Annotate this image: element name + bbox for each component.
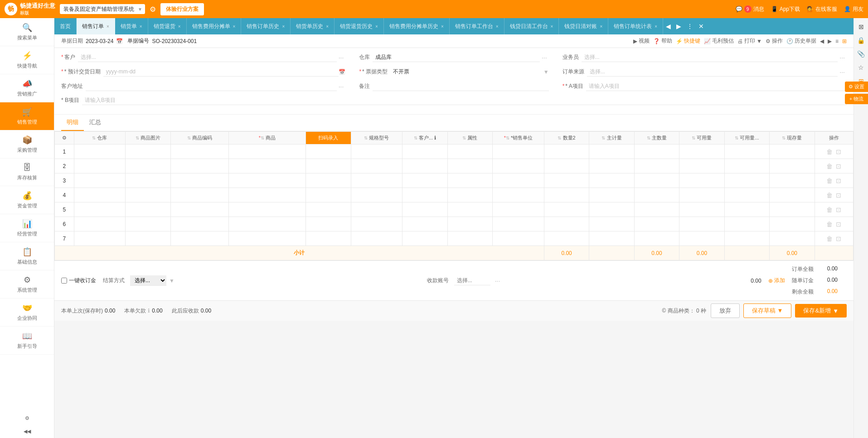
row-7-product[interactable] [228, 231, 306, 246]
tab-return-hist-close[interactable]: × [375, 24, 378, 29]
right-icon-1[interactable]: ⊠ [855, 20, 868, 33]
tab-return-close[interactable]: × [178, 24, 181, 29]
tab-return[interactable]: 销货退货 × [148, 18, 187, 34]
sidebar-item-purchase[interactable]: 📦 采购管理 [0, 130, 54, 159]
row-7-unit[interactable] [493, 231, 544, 246]
right-icon-2[interactable]: 🔒 [855, 34, 868, 47]
tab-reconcile[interactable]: 钱贷日清对账 × [559, 18, 608, 34]
tab-detail[interactable]: 明细 [61, 115, 84, 131]
row-7-main-qty[interactable] [634, 231, 679, 246]
app-download-btn[interactable]: 📱 App下载 [771, 5, 800, 13]
row-1-attr[interactable] [447, 144, 492, 159]
th-main-unit[interactable]: ⇅ 主计量 [589, 132, 634, 144]
row-4-code[interactable] [170, 188, 228, 202]
row-6-spec[interactable] [351, 217, 402, 231]
row-7-spec[interactable] [351, 231, 402, 246]
tab-workbench-close[interactable]: × [496, 24, 499, 29]
tab-workbench[interactable]: 销售订单工作台 × [450, 18, 504, 34]
row-5-available[interactable] [679, 202, 724, 217]
save-new-dropdown-icon[interactable]: ▼ [833, 308, 839, 314]
row-6-available[interactable] [679, 217, 724, 231]
address-dots[interactable]: ··· [337, 83, 346, 90]
tab-sales-order[interactable]: 销售订单 × [77, 18, 115, 34]
row-6-customer-code[interactable] [402, 217, 447, 231]
print-btn[interactable]: 🖨 打印 ▼ [737, 37, 762, 45]
row-5-main-unit[interactable] [589, 202, 634, 217]
tab-daily-workbench-close[interactable]: × [551, 24, 553, 29]
row-4-spec[interactable] [351, 188, 402, 202]
sidebar-item-search[interactable]: 🔍 搜索菜单 [0, 18, 54, 46]
message-btn[interactable]: 💬 9 消息 [736, 5, 764, 13]
customer-dots-btn[interactable]: ··· [337, 54, 346, 61]
sidebar-item-operation[interactable]: 📊 经营管理 [0, 214, 54, 242]
delivery-calendar-icon[interactable]: 📅 [339, 69, 345, 75]
logistics-btn[interactable]: + 物流 [845, 94, 853, 104]
row-4-available[interactable] [679, 188, 724, 202]
history-btn[interactable]: 🕐 历史单据 [786, 37, 816, 45]
tab-stats-close[interactable]: × [655, 24, 657, 29]
order-source-dots[interactable]: ··· [838, 68, 847, 76]
tab-menu-btn[interactable]: ⋮ [684, 23, 696, 30]
row-3-code[interactable] [170, 173, 228, 188]
row-3-attr[interactable] [447, 173, 492, 188]
row-5-warehouse[interactable] [74, 202, 126, 217]
row-2-product[interactable] [228, 159, 306, 173]
row-6-delete[interactable]: 🗑 [825, 221, 834, 228]
th-unit[interactable]: ⇅ *销售单位 [493, 132, 544, 144]
row-5-customer-code[interactable] [402, 202, 447, 217]
th-available2[interactable]: ⇅ 可用量... [724, 132, 769, 144]
row-1-current[interactable] [770, 144, 815, 159]
nav-next-btn[interactable]: ▶ [828, 38, 832, 44]
row-2-available2[interactable] [724, 159, 769, 173]
row-4-warehouse[interactable] [74, 188, 126, 202]
th-settings[interactable]: ⚙ [55, 132, 74, 144]
row-3-available2[interactable] [724, 173, 769, 188]
video-btn[interactable]: ▶ 视频 [633, 37, 650, 45]
row-4-main-unit[interactable] [589, 188, 634, 202]
order-source-input[interactable] [587, 67, 838, 77]
row-5-qty2[interactable] [544, 202, 589, 217]
sidebar-item-basic[interactable]: 📋 基础信息 [0, 242, 54, 270]
row-4-attr[interactable] [447, 188, 492, 202]
settings-icon[interactable]: ⚙ [150, 5, 156, 14]
th-main-qty[interactable]: ⇅ 主数量 [634, 132, 679, 144]
row-2-code[interactable] [170, 159, 228, 173]
help-btn[interactable]: ❓ 帮助 [653, 37, 672, 45]
th-barcode[interactable]: 扫码录入 [306, 132, 351, 144]
tab-order-hist[interactable]: 销售订单历史 × [241, 18, 291, 34]
nav-prev-btn[interactable]: ◀ [820, 38, 824, 44]
sidebar-footer-collapse[interactable]: ◀◀ [0, 425, 54, 438]
row-6-available2[interactable] [724, 217, 769, 231]
tab-return-hist[interactable]: 销货退货历史 × [335, 18, 384, 34]
online-service-btn[interactable]: 💁 在线客服 [807, 5, 837, 13]
row-1-barcode[interactable] [306, 144, 351, 159]
tab-order-hist-close[interactable]: × [282, 24, 285, 29]
account-input[interactable] [454, 276, 490, 285]
row-1-available[interactable] [679, 144, 724, 159]
row-4-qty2[interactable] [544, 188, 589, 202]
row-4-available2[interactable] [724, 188, 769, 202]
row-6-product[interactable] [228, 217, 306, 231]
remark-input[interactable] [373, 82, 548, 91]
row-7-available2[interactable] [724, 231, 769, 246]
row-4-copy[interactable]: ⊡ [835, 192, 842, 199]
delivery-date-input[interactable] [103, 67, 339, 77]
row-3-image[interactable] [126, 173, 170, 188]
tab-fee-close[interactable]: × [233, 24, 236, 29]
th-spec[interactable]: ⇅ 规格型号 [351, 132, 402, 144]
row-2-attr[interactable] [447, 159, 492, 173]
form-view-btn[interactable]: ⊞ [842, 38, 847, 44]
row-7-barcode[interactable] [306, 231, 351, 246]
th-customer-code[interactable]: ⇅ 客户... ℹ [402, 132, 447, 144]
row-4-current[interactable] [770, 188, 815, 202]
row-6-image[interactable] [126, 217, 170, 231]
row-7-available[interactable] [679, 231, 724, 246]
row-6-unit[interactable] [493, 217, 544, 231]
row-2-customer-code[interactable] [402, 159, 447, 173]
th-available[interactable]: ⇅ 可用量 [679, 132, 724, 144]
row-5-barcode[interactable] [306, 202, 351, 217]
discard-btn[interactable]: 放弃 [711, 303, 740, 318]
calendar-icon[interactable]: 📅 [116, 38, 123, 44]
tab-reconcile-close[interactable]: × [600, 24, 602, 29]
profit-btn[interactable]: 📈 毛利预估 [704, 37, 734, 45]
